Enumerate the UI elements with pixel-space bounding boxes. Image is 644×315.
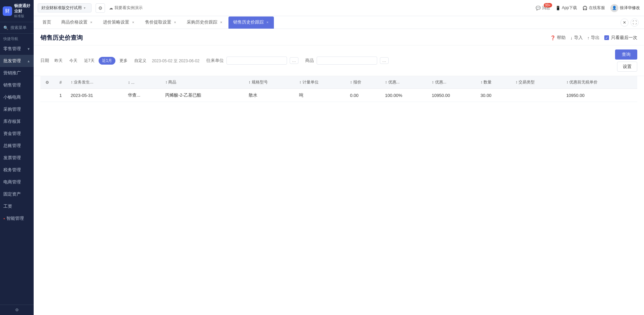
col-header-list-price[interactable]: ↕ 报价 [347, 76, 382, 89]
filter-settings-button[interactable]: 设置 [617, 62, 637, 72]
supplier-filter-group: 往来单位 … [206, 57, 298, 65]
row-discount-price-cell: 10950.00 [428, 89, 477, 102]
search-label: 搜索菜单 [10, 25, 27, 31]
app-logo: 财 畅捷通好业财 标准版 [0, 0, 34, 22]
date-btn-more[interactable]: 更多 [117, 57, 130, 65]
row-extra-cell: 华查... [124, 89, 162, 102]
last-only-checkbox[interactable]: ✓ 只看最后一次 [604, 35, 637, 41]
help-label: 帮助 [557, 35, 566, 41]
sidebar-search[interactable]: 🔍 搜索菜单 [0, 22, 34, 34]
col-header-biz-date[interactable]: ↕ 业务发生... [67, 76, 124, 89]
date-btn-custom[interactable]: 自定义 [132, 57, 149, 65]
table-header-row: ⚙ # ↕ 业务发生... ↕ ... ↕ 商品 ↕ 规 [40, 76, 637, 89]
col-header-discount-price[interactable]: ↕ 优惠... [428, 76, 477, 89]
col-header-pretax-price[interactable]: ↕ 优惠前无税单价 [563, 76, 637, 89]
export-icon: ↑ [587, 35, 590, 40]
row-discount-rate-cell: 100.00% [382, 89, 428, 102]
app-download-label: App下载 [562, 5, 577, 11]
sidebar-item-finance[interactable]: 资金管理 [0, 128, 34, 140]
logo-icon: 财 [3, 6, 12, 16]
import-icon: ↓ [570, 35, 573, 40]
sidebar-item-tax[interactable]: 税务管理 [0, 164, 34, 176]
tab-home[interactable]: 首页 [38, 16, 56, 29]
date-btn-today[interactable]: 今天 [67, 57, 80, 65]
col-header-trans-type[interactable]: ↕ 交易类型 [512, 76, 563, 89]
col-header-product[interactable]: ↕ 商品 [162, 76, 245, 89]
page-header: 销售历史价查询 ❓ 帮助 ↓ 导入 ↑ 导出 ✓ 只看最后一次 [34, 29, 644, 45]
tab-product-price-close[interactable]: × [90, 20, 93, 24]
main-content: 好业财标准版交付试用 ▾ ⚙ ☁ 我要看实例演示 💬 消息 99+ 📱 App下… [34, 0, 644, 315]
last-only-label: 只看最后一次 [611, 35, 637, 41]
checkbox-checked-icon: ✓ [604, 35, 609, 40]
export-label: 导出 [591, 35, 600, 41]
sidebar-item-invoice[interactable]: 发票管理 [0, 152, 34, 164]
version-selector[interactable]: 好业财标准版交付试用 ▾ [38, 3, 92, 12]
sidebar-item-marketing[interactable]: 营销推广 [0, 67, 34, 79]
tab-purchase-strategy[interactable]: 进价策略设置 × [98, 16, 139, 29]
tab-product-price-label: 商品价格设置 [61, 19, 87, 25]
table-row[interactable]: 1 2023-05-31 华查... 丙烯酸-2-乙基已酯 散水 吨 0.00 … [40, 89, 637, 102]
message-icon: 💬 [536, 6, 541, 10]
sidebar-item-smart[interactable]: ● 智能管理 [0, 212, 34, 224]
row-trans-type-cell [512, 89, 563, 102]
close-panel-button[interactable]: ✕ [620, 19, 629, 27]
col-header-quantity[interactable]: ↕ 数量 [477, 76, 512, 89]
search-icon: 🔍 [3, 26, 8, 30]
help-button[interactable]: ❓ 帮助 [550, 35, 566, 41]
product-dots[interactable]: … [380, 57, 389, 64]
version-label: 好业财标准版交付试用 [41, 5, 82, 11]
sidebar-item-inventory[interactable]: 库存核算 [0, 115, 34, 128]
tab-purchase-strategy-close[interactable]: × [131, 20, 135, 24]
date-btn-last1month[interactable]: 近1月 [99, 57, 116, 65]
row-quantity-cell: 30.00 [477, 89, 512, 102]
supplier-dots[interactable]: … [290, 57, 298, 64]
sidebar-settings-button[interactable]: ⚙ [0, 305, 34, 315]
export-button[interactable]: ↑ 导出 [587, 35, 600, 41]
supplier-input[interactable] [226, 57, 287, 65]
tab-purchase-history[interactable]: 采购历史价跟踪 × [182, 16, 227, 29]
sidebar-item-ecommerce[interactable]: 电商管理 [0, 176, 34, 188]
import-button[interactable]: ↓ 导入 [570, 35, 583, 41]
quick-nav[interactable]: 快捷导航 [0, 34, 34, 43]
col-header-settings[interactable]: ⚙ [40, 76, 54, 89]
row-list-price-cell: 0.00 [347, 89, 382, 102]
sidebar-item-retail[interactable]: 零售管理 ▼ [0, 43, 34, 55]
col-header-discount-rate[interactable]: ↕ 优惠... [382, 76, 428, 89]
online-service-button[interactable]: 🎧 在线客服 [582, 5, 605, 11]
tab-purchase-history-close[interactable]: × [219, 20, 223, 24]
expand-panel-button[interactable]: ⛶ [631, 19, 639, 27]
product-input[interactable] [317, 57, 377, 65]
sidebar-item-sales[interactable]: 销售管理 [0, 79, 34, 91]
online-service-label: 在线客服 [589, 5, 605, 11]
date-btn-last7[interactable]: 近7天 [81, 57, 97, 65]
sidebar-item-general-ledger[interactable]: 总账管理 [0, 140, 34, 152]
col-header-extra[interactable]: ↕ ... [124, 76, 162, 89]
tab-sale-price-extract-close[interactable]: × [173, 20, 177, 24]
col-header-unit[interactable]: ↕ 计量单位 [296, 76, 347, 89]
headset-icon: 🎧 [582, 6, 587, 10]
sidebar-item-fixed-assets[interactable]: 固定资产 [0, 188, 34, 200]
sidebar: 财 畅捷通好业财 标准版 🔍 搜索菜单 快捷导航 零售管理 ▼ 批发管理 ▲ 营… [0, 0, 34, 315]
demo-link[interactable]: ☁ 我要看实例演示 [109, 5, 143, 11]
sidebar-item-wholesale[interactable]: 批发管理 ▲ [0, 55, 34, 67]
topbar-settings-button[interactable]: ⚙ [96, 3, 105, 13]
tab-home-label: 首页 [42, 19, 51, 25]
tab-sales-history[interactable]: 销售历史价跟踪 × [228, 16, 274, 29]
app-name: 畅捷通好业财 [14, 3, 31, 14]
page-actions: ❓ 帮助 ↓ 导入 ↑ 导出 ✓ 只看最后一次 [550, 35, 637, 41]
sidebar-item-ecommerce-small[interactable]: 小畅电商 [0, 91, 34, 103]
filter-bar: 日期 昨天 今天 近7天 近1月 更多 自定义 2023-05-02 至 202… [34, 45, 644, 76]
sidebar-item-salary[interactable]: 工资 [0, 200, 34, 212]
tab-sale-price-extract[interactable]: 售价提取设置 × [140, 16, 181, 29]
query-button[interactable]: 查询 [615, 49, 637, 60]
tab-product-price[interactable]: 商品价格设置 × [57, 16, 98, 29]
date-btn-yesterday[interactable]: 昨天 [52, 57, 65, 65]
tab-sales-history-close[interactable]: × [266, 20, 269, 24]
app-download-button[interactable]: 📱 App下载 [556, 5, 577, 11]
col-header-spec[interactable]: ↕ 规格型号 [245, 76, 296, 89]
messages-button[interactable]: 💬 消息 99+ [536, 5, 550, 11]
sidebar-item-purchase[interactable]: 采购管理 [0, 103, 34, 115]
chevron-up-icon: ▲ [27, 59, 30, 63]
user-profile[interactable]: 👤 徐泽华修改 [610, 4, 640, 12]
avatar: 👤 [610, 4, 618, 12]
